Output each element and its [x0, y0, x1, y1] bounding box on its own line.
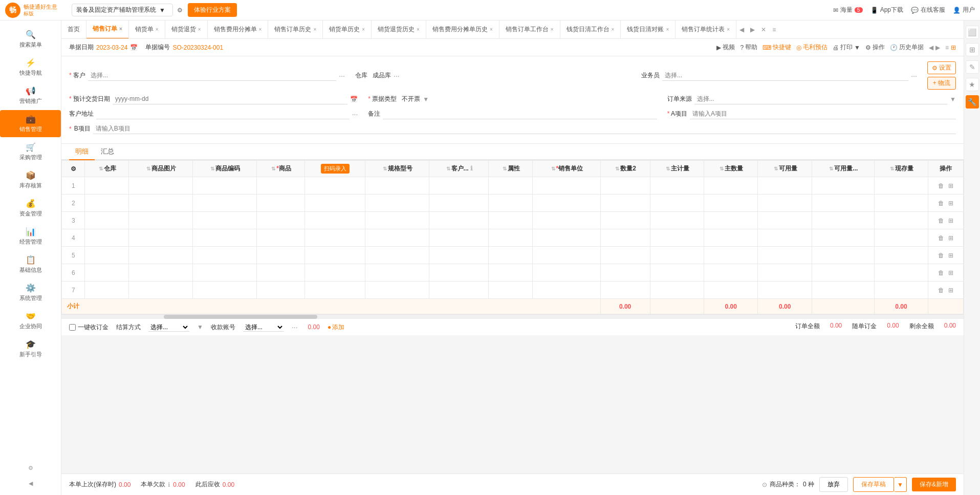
invoice-dropdown-icon[interactable]: ▼ [423, 96, 429, 103]
row-delete-icon[interactable]: 🗑 [938, 269, 944, 276]
discard-btn[interactable]: 放弃 [819, 477, 848, 492]
profit-btn[interactable]: ◎ 毛利预估 [796, 43, 827, 52]
col-code[interactable]: ⇅商品编码 [193, 161, 257, 177]
sidebar-item-newguide[interactable]: 🎓 新手引导 [0, 335, 61, 362]
customer-dots-btn[interactable]: ··· [339, 72, 345, 80]
scroll-thumb[interactable] [164, 315, 317, 319]
save-draft-dropdown-btn[interactable]: ▼ [894, 477, 907, 492]
tab-sales-refund[interactable]: 销货退货 × [165, 20, 208, 39]
row-copy-icon[interactable]: ⊞ [948, 182, 953, 189]
col-image[interactable]: ⇅商品图片 [129, 161, 193, 177]
notice-item[interactable]: ✉ 海量 5 [833, 6, 863, 14]
layout-grid-icon[interactable]: ⊞ [951, 44, 956, 51]
row-copy-icon[interactable]: ⊞ [948, 200, 953, 207]
close-tab-sales-return[interactable]: × [156, 27, 159, 32]
b-project-input[interactable] [93, 123, 956, 134]
col-available2[interactable]: ⇅可用量... [812, 161, 874, 177]
col-available[interactable]: ⇅可用量 [758, 161, 812, 177]
tab-home[interactable]: 首页 [61, 20, 86, 39]
system-settings-icon[interactable]: ⚙ [177, 7, 183, 14]
sidebar-settings[interactable]: ⚙ [25, 462, 36, 475]
sidebar-item-system[interactable]: ⚙️ 系统管理 [0, 279, 61, 306]
col-spec[interactable]: ⇅规格型号 [365, 161, 429, 177]
sidebar-item-quicknav[interactable]: ⚡ 快捷导航 [0, 54, 61, 81]
right-icon-2[interactable]: ⊞ [966, 43, 979, 56]
history-btn[interactable]: 🕐 历史单据 [890, 43, 924, 52]
calendar-icon[interactable]: 📅 [130, 44, 138, 51]
add-goods-button[interactable]: + 物流 [927, 77, 956, 90]
row-delete-icon[interactable]: 🗑 [938, 252, 944, 259]
row-copy-icon[interactable]: ⊞ [948, 234, 953, 242]
save-new-btn[interactable]: 保存&新增 [912, 478, 956, 491]
nav-prev-icon[interactable]: ◀ [929, 44, 933, 51]
salesperson-input[interactable] [662, 70, 908, 81]
close-tab-workbench[interactable]: × [551, 27, 554, 32]
col-attr[interactable]: ⇅属性 [489, 161, 533, 177]
close-tab-order-history[interactable]: × [313, 27, 316, 32]
salesperson-dots-btn[interactable]: ··· [911, 72, 917, 80]
col-settings[interactable]: ⚙ [62, 161, 85, 177]
delivery-date-calendar-icon[interactable]: 📅 [350, 96, 358, 103]
sidebar-item-marketing[interactable]: 📢 营销推广 [0, 82, 61, 109]
sidebar-item-operation[interactable]: 📊 经营管理 [0, 223, 61, 250]
col-current[interactable]: ⇅现存量 [874, 161, 928, 177]
sidebar-item-inventory[interactable]: 📦 库存核算 [0, 166, 61, 193]
right-icon-5[interactable]: 🔧 [966, 95, 979, 109]
sidebar-item-enterprise[interactable]: 🤝 企业协同 [0, 307, 61, 334]
tab-cash-daily[interactable]: 钱货日清工作台 × [560, 20, 621, 39]
row-copy-icon[interactable]: ⊞ [948, 217, 953, 224]
account-select[interactable]: 选择... [243, 323, 284, 332]
tab-order-history[interactable]: 销售订单历史 × [268, 20, 323, 39]
sidebar-item-finance[interactable]: 💰 资金管理 [0, 195, 61, 222]
close-tab-cash-reconcile[interactable]: × [666, 27, 669, 32]
tab-fee-history[interactable]: 销售费用分摊单历史 × [426, 20, 499, 39]
row-copy-icon[interactable]: ⊞ [948, 252, 953, 259]
tab-workbench[interactable]: 销售订单工作台 × [499, 20, 560, 39]
sidebar-collapse[interactable]: ◀ [26, 477, 36, 490]
tab-sales-stats[interactable]: 销售订单统计表 × [676, 20, 736, 39]
add-payment-btn[interactable]: ● 添加 [328, 323, 344, 332]
row-delete-icon[interactable]: 🗑 [938, 200, 944, 207]
sidebar-item-basic[interactable]: 📋 基础信息 [0, 251, 61, 278]
col-main-unit[interactable]: ⇅主计量 [650, 161, 704, 177]
one-click-checkbox-input[interactable] [69, 324, 76, 331]
settlement-select[interactable]: 选择... [148, 323, 189, 332]
view-btn[interactable]: ▶ 视频 [716, 43, 735, 52]
col-main-qty[interactable]: ⇅主数量 [704, 161, 758, 177]
row-copy-icon[interactable]: ⊞ [948, 269, 953, 276]
tab-prev-btn[interactable]: ◀ [736, 20, 747, 39]
tab-refund-history[interactable]: 销货退货历史 × [372, 20, 426, 39]
tab-sales-order[interactable]: 销售订单 × [86, 20, 129, 39]
right-icon-4[interactable]: ★ [966, 78, 979, 91]
layout-list-icon[interactable]: ≡ [945, 44, 949, 51]
col-unit[interactable]: ⇅*销售单位 [533, 161, 601, 177]
tab-next-btn[interactable]: ▶ [747, 20, 758, 39]
col-customer-code[interactable]: ⇅客户... ℹ [429, 161, 489, 177]
shortcut-btn[interactable]: ⌨ 快捷键 [763, 43, 791, 52]
sidebar-item-sales[interactable]: 💼 销售管理 [0, 110, 61, 137]
system-selector[interactable]: 装备及固定资产辅助管理系统 ▼ [72, 4, 173, 16]
col-qty2[interactable]: ⇅数量2 [600, 161, 650, 177]
customer-input[interactable] [88, 70, 336, 81]
online-service[interactable]: 💬 在线客服 [911, 6, 945, 14]
settings-button[interactable]: ⚙ 设置 [927, 61, 956, 74]
help-btn[interactable]: ? 帮助 [740, 43, 757, 52]
app-download[interactable]: 📱 App下载 [870, 6, 903, 14]
row-delete-icon[interactable]: 🗑 [938, 217, 944, 224]
a-project-input[interactable] [690, 109, 956, 119]
col-goods[interactable]: ⇅*商品 [257, 161, 305, 177]
order-source-dropdown-icon[interactable]: ▼ [950, 96, 956, 103]
tab-sales-return[interactable]: 销货单 × [129, 20, 165, 39]
close-tab-refund-history[interactable]: × [417, 27, 420, 32]
sidebar-item-purchase[interactable]: 🛒 采购管理 [0, 138, 61, 165]
col-warehouse[interactable]: ⇅仓库 [85, 161, 129, 177]
actions-btn[interactable]: ⚙ 操作 [865, 43, 885, 52]
address-input[interactable] [96, 109, 350, 119]
order-source-input[interactable] [694, 94, 947, 104]
scan-btn[interactable]: 扫码录入 [321, 164, 350, 174]
close-tab-fee-history[interactable]: × [490, 27, 493, 32]
remark-input[interactable] [383, 109, 657, 119]
sidebar-item-search[interactable]: 🔍 搜索菜单 [0, 26, 61, 53]
row-delete-icon[interactable]: 🗑 [938, 287, 944, 294]
close-tab-fee-split[interactable]: × [259, 27, 262, 32]
